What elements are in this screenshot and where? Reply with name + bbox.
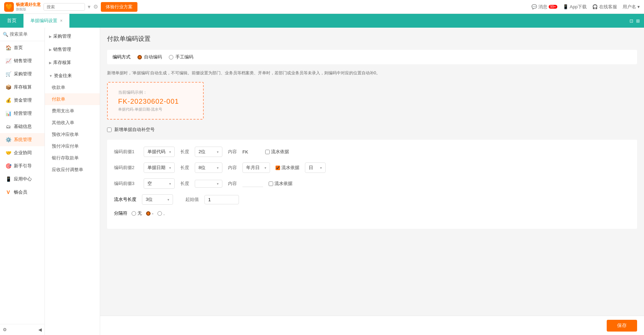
length-3-arrow-icon: ▾ [217,182,219,186]
manual-encode-radio[interactable] [169,55,173,59]
sec-item-advance-payment[interactable]: 预付冲应付单 [45,140,100,152]
tab-close-icon[interactable]: × [60,18,63,23]
serial-length-row: 流水号长度 3位 ▾ 起始值 [114,194,630,205]
sidebar-settings-icon[interactable]: ⚙ [3,327,7,332]
manual-encode-label[interactable]: 手工编码 [169,54,193,60]
manual-encode-text: 手工编码 [175,54,193,60]
auto-fill-row: 新增单据自动补空号 [107,127,637,133]
sidebar-collapse-icon[interactable]: ◀ [38,327,42,332]
auto-encode-radio[interactable] [137,55,142,59]
prefix-3-select[interactable]: 空 ▾ [144,178,175,189]
sidebar-item-system[interactable]: ⚙️ 系统管理 [0,133,45,146]
purchase-icon: 🛒 [6,71,11,77]
sidebar-item-corp[interactable]: 🤝 企业协同 [0,146,45,159]
prefix-1-select[interactable]: 单据代码 ▾ [144,147,175,157]
sidebar-item-operations[interactable]: 📊 经营管理 [0,107,45,120]
serial-start-input[interactable] [204,195,239,204]
length-2-select[interactable]: 8位 ▾ [195,162,222,173]
search-input[interactable] [44,3,85,11]
guide-icon: 🎯 [6,163,11,169]
serial-length-select[interactable]: 3位 ▾ [142,194,173,205]
prefix-2-select[interactable]: 单据日期 ▾ [144,162,175,173]
sidebar-item-app[interactable]: 📱 应用中心 [0,173,45,186]
prefix-1-arrow-icon: ▾ [169,150,171,154]
sec-group-purchase-label: 采购管理 [53,33,71,39]
sec-item-bank-deposit[interactable]: 银行存取款单 [45,152,100,164]
sidebar-item-label: 库存核算 [14,84,32,90]
sidebar-item-sales[interactable]: 📈 销售管理 [0,54,45,67]
serial-2-checkbox[interactable] [276,166,280,170]
sidebar-item-member[interactable]: V 畅会员 [0,186,45,199]
separator-none-text: 无 [137,210,142,216]
service-icon: 🎧 [592,4,598,9]
sec-item-advance-receipt[interactable]: 预收冲应收单 [45,129,100,140]
content-2-select[interactable]: 年月日 ▾ [242,162,270,173]
topbar-right: 💬 消息 99+ 📱 App下载 🎧 在线客服 用户名 ▾ [531,4,640,10]
serial-1-checkbox[interactable] [265,150,270,154]
user-item[interactable]: 用户名 ▾ [623,4,640,10]
auto-fill-checkbox[interactable] [107,128,112,132]
operations-icon: 📊 [6,111,11,116]
separator-dot-radio[interactable] [157,211,162,216]
auto-encode-label[interactable]: 自动编码 [137,54,162,60]
encoding-method-label: 编码方式 [113,54,131,60]
sidebar-item-inventory[interactable]: 📦 库存核算 [0,81,45,94]
trial-button[interactable]: 体验行业方案 [101,2,137,12]
serial-2-unit-select[interactable]: 日 ▾ [305,162,326,173]
tab-active[interactable]: 单据编码设置 × [23,14,69,28]
tab-active-label: 单据编码设置 [30,18,57,24]
message-item[interactable]: 💬 消息 99+ [531,4,557,10]
sec-group-capital-title[interactable]: ▼ 资金往来 [45,70,100,82]
length-3-select[interactable]: ▾ [195,180,222,188]
content: 付款单编码设置 编码方式 自动编码 手工编码 新增单据时，'单据编码'自动生成，… [100,28,644,316]
settings-icon[interactable]: ⚙ [93,3,98,10]
user-label: 用户名 [623,4,636,10]
corp-icon: 🤝 [6,150,11,156]
separator-dash-label[interactable]: - [146,211,153,216]
sec-item-payment[interactable]: 付款单 [45,93,100,105]
sec-group-capital-label: 资金往来 [54,73,72,79]
dropdown-icon[interactable]: ▾ [88,3,90,10]
sidebar-item-label: 资金管理 [14,97,32,103]
sec-group-sales-title[interactable]: ▶ 销售管理 [45,44,100,55]
sec-item-adjust[interactable]: 应收应付调整单 [45,164,100,176]
serial-3-checkbox[interactable] [269,182,273,186]
service-item[interactable]: 🎧 在线客服 [592,4,617,10]
sec-item-other-income[interactable]: 其他收入单 [45,117,100,129]
separator-none-label[interactable]: 无 [132,210,142,216]
search-label: 搜索菜单 [10,31,28,37]
sidebar-item-purchase[interactable]: 🛒 采购管理 [0,67,45,81]
sec-group-inventory-title[interactable]: ▶ 库存核算 [45,57,100,68]
app-download-item[interactable]: 📱 App下载 [563,4,587,10]
sec-group-purchase-title[interactable]: ▶ 采购管理 [45,30,100,42]
sidebar-search[interactable]: 🔍 搜索菜单 [0,28,45,41]
inventory-arrow-icon: ▶ [49,61,52,65]
brand-name: 畅捷通好生意 [16,2,41,7]
separator-none-radio[interactable] [132,211,136,216]
sidebar: 🔍 搜索菜单 🏠 首页 📈 销售管理 🛒 采购管理 📦 库存核算 💰 资金管理 … [0,28,45,335]
main-layout: 🔍 搜索菜单 🏠 首页 📈 销售管理 🛒 采购管理 📦 库存核算 💰 资金管理 … [0,28,644,335]
sidebar-item-guide[interactable]: 🎯 新手引导 [0,159,45,173]
length-3-label: 长度 [180,180,189,187]
auto-fill-label: 新增单据自动补空号 [114,127,155,133]
basic-icon: 🗂 [6,124,11,129]
sidebar-item-label: 采购管理 [14,71,32,77]
sales-icon: 📈 [6,58,11,64]
sidebar-item-home[interactable]: 🏠 首页 [0,41,45,54]
window-expand-icon[interactable]: ⊞ [636,18,640,24]
content-2-label: 内容 [228,165,237,171]
sec-item-receipt[interactable]: 收款单 [45,82,100,93]
brand-icon: 🧡 [4,2,14,12]
serial-length-arrow-icon: ▾ [167,198,169,202]
sidebar-item-basic[interactable]: 🗂 基础信息 [0,120,45,133]
separator-dash-radio[interactable] [146,211,151,216]
sec-item-expense[interactable]: 费用支出单 [45,105,100,117]
separator-dot-label[interactable]: . [157,211,165,216]
save-button[interactable]: 保存 [607,320,637,332]
sidebar-item-finance[interactable]: 💰 资金管理 [0,94,45,107]
topbar-left: 🧡 畅捷通好生意 旗舰版 ▾ ⚙ 体验行业方案 [4,2,137,12]
length-1-select[interactable]: 2位 ▾ [195,147,222,157]
tab-home[interactable]: 首页 [0,14,23,28]
window-restore-icon[interactable]: ⊡ [629,18,633,24]
page-title: 付款单编码设置 [107,35,637,43]
